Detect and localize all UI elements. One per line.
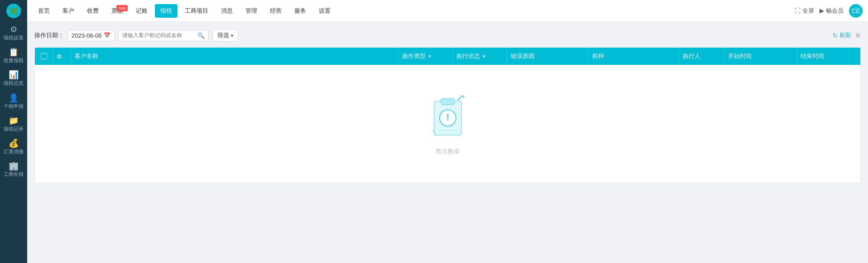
calendar-icon: 📅 <box>104 32 110 39</box>
close-button[interactable]: ✕ <box>855 31 861 40</box>
nav-item-fuwu[interactable]: 服务 <box>289 4 312 18</box>
sidebar-item-gongshangnianb[interactable]: 🏢 工商年报 <box>2 158 25 181</box>
baoshuizonglan-label: 报税总览 <box>4 80 24 86</box>
geshuishenbao-label: 个税申报 <box>4 103 24 109</box>
th-error-reason: 错误原因 <box>507 48 589 65</box>
filter-label: 筛选 <box>217 31 229 39</box>
th-operation-type: 操作类型 ▼ <box>398 48 453 65</box>
refresh-icon: ↻ <box>833 32 838 39</box>
sidebar: 🌿 ⚙ 报税设置 📋 批量报税 📊 报税总览 👤 个税申报 📁 报税记录 💰 汇… <box>0 0 27 263</box>
sidebar-item-piliangshuishui[interactable]: 📋 批量报税 <box>2 44 25 67</box>
nav-item-kehu[interactable]: 客户 <box>57 4 80 18</box>
table-body: ! 暂无数据 <box>35 65 860 183</box>
content-area: 操作日期： 2023-06-06 📅 🔍 筛选 ▾ ↻ 刷新 <box>27 22 868 263</box>
sidebar-item-baoshuizonglan[interactable]: 📊 报税总览 <box>2 67 25 90</box>
avatar-text: CE <box>851 7 860 15</box>
sidebar-item-baoshuishezhi[interactable]: ⚙ 报税设置 <box>2 22 25 44</box>
geshuishenbao-icon: 👤 <box>9 94 19 102</box>
fullscreen-icon: ⛶ <box>795 7 801 14</box>
nav-item-shoufe[interactable]: 收费 <box>82 4 104 18</box>
baoshuijilu-label: 报税记录 <box>4 126 24 132</box>
badge-piaoju: new <box>116 5 128 11</box>
nav-item-gongshang[interactable]: 工商项目 <box>179 4 214 18</box>
gongshangnianb-label: 工商年报 <box>4 171 24 177</box>
chevron-down-icon: ▾ <box>231 33 233 38</box>
th-start-time: 开始时间 <box>724 48 797 65</box>
topnav-right: ⛶ 全屏 ▶ 畅会员 CE <box>795 4 863 18</box>
th-tax-type: 税种 <box>589 48 679 65</box>
nav-item-xiaox[interactable]: 消息 <box>216 4 238 18</box>
nav-item-piaoju[interactable]: 票据new <box>106 4 129 18</box>
table-header: ⚙ 客户名称 操作类型 ▼ 执行状态 ▼ 错误原因 <box>35 48 860 65</box>
member-icon: ▶ <box>820 7 824 14</box>
refresh-button[interactable]: ↻ 刷新 <box>833 31 851 39</box>
svg-text:!: ! <box>446 112 449 123</box>
member-label: 畅会员 <box>826 7 844 15</box>
th-exec-status: 执行状态 ▼ <box>453 48 507 65</box>
avatar[interactable]: CE <box>849 4 863 18</box>
select-all-checkbox[interactable] <box>41 53 47 59</box>
th-executor: 执行人 <box>679 48 724 65</box>
data-table: ⚙ 客户名称 操作类型 ▼ 执行状态 ▼ 错误原因 <box>34 47 861 183</box>
sidebar-logo: 🌿 <box>0 0 27 22</box>
main-area: 首页客户收费票据new记账报税工商项目消息管理经营服务设置 ⛶ 全屏 ▶ 畅会员… <box>27 0 868 263</box>
fullscreen-button[interactable]: ⛶ 全屏 <box>795 7 814 15</box>
svg-line-4 <box>458 96 462 100</box>
nav-item-shezhi[interactable]: 设置 <box>313 4 336 18</box>
page-body: 操作日期： 2023-06-06 📅 🔍 筛选 ▾ ↻ 刷新 <box>27 22 868 263</box>
nav-item-jingying[interactable]: 经营 <box>264 4 287 18</box>
refresh-label: 刷新 <box>839 31 851 39</box>
filter-icon-status[interactable]: ▼ <box>482 54 486 59</box>
baoshuijilu-icon: 📁 <box>9 117 19 125</box>
huisuanjiaona-label: 汇算清缴 <box>4 149 24 155</box>
nav-item-baoshui[interactable]: 报税 <box>155 4 177 18</box>
piliangshuishui-icon: 📋 <box>9 48 19 56</box>
svg-line-5 <box>462 96 464 97</box>
search-input[interactable] <box>122 32 197 39</box>
date-picker[interactable]: 2023-06-06 📅 <box>67 30 115 41</box>
search-box[interactable]: 🔍 <box>118 30 209 41</box>
settings-icon[interactable]: ⚙ <box>57 53 62 60</box>
logo-icon: 🌿 <box>6 4 21 18</box>
fullscreen-label: 全屏 <box>802 7 814 15</box>
th-customer-name: 客户名称 <box>71 48 398 65</box>
filter-icon-operation[interactable]: ▼ <box>427 54 432 59</box>
sidebar-item-baoshuijilu[interactable]: 📁 报税记录 <box>2 113 25 136</box>
th-end-time: 结束时间 <box>797 48 860 65</box>
th-checkbox[interactable] <box>35 48 53 65</box>
member-button[interactable]: ▶ 畅会员 <box>820 7 844 15</box>
toolbar: 操作日期： 2023-06-06 📅 🔍 筛选 ▾ ↻ 刷新 <box>34 29 861 42</box>
topnav-items: 首页客户收费票据new记账报税工商项目消息管理经营服务设置 <box>33 4 795 18</box>
empty-state: ! 暂无数据 <box>35 65 860 183</box>
baoshuishezhi-icon: ⚙ <box>10 25 17 34</box>
filter-button[interactable]: 筛选 ▾ <box>212 29 238 42</box>
sidebar-item-geshuishenbao[interactable]: 👤 个税申报 <box>2 90 25 113</box>
nav-item-jizhang[interactable]: 记账 <box>130 4 153 18</box>
piliangshuishui-label: 批量报税 <box>4 58 24 63</box>
gongshangnianb-icon: 🏢 <box>9 162 19 170</box>
th-settings: ⚙ <box>53 48 71 65</box>
date-value: 2023-06-06 <box>72 32 102 39</box>
nav-item-shouye[interactable]: 首页 <box>33 4 55 18</box>
date-label: 操作日期： <box>34 31 64 39</box>
baoshuishezhi-label: 报税设置 <box>4 35 24 41</box>
nav-item-guanli[interactable]: 管理 <box>240 4 263 18</box>
sidebar-item-huisuanjiaona[interactable]: 💰 汇算清缴 <box>2 136 25 158</box>
baoshuizonglan-icon: 📊 <box>9 71 19 79</box>
svg-rect-1 <box>441 98 455 105</box>
huisuanjiaona-icon: 💰 <box>9 139 19 147</box>
empty-text: 暂无数据 <box>436 147 460 156</box>
search-icon[interactable]: 🔍 <box>197 32 205 39</box>
topnav: 首页客户收费票据new记账报税工商项目消息管理经营服务设置 ⛶ 全屏 ▶ 畅会员… <box>27 0 868 22</box>
empty-illustration: ! <box>425 92 470 142</box>
